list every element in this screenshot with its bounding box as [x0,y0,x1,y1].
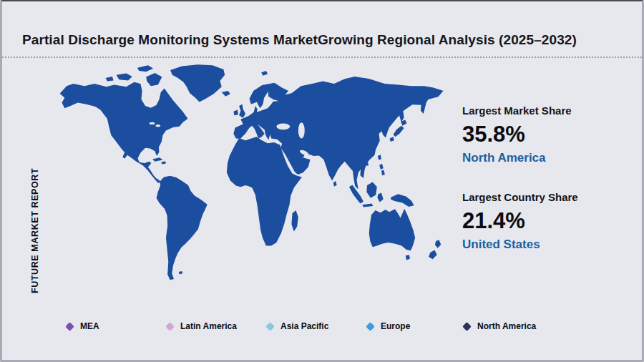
stat-label: Largest Country Share [462,191,641,203]
legend-dot [265,322,275,331]
legend-item-europe: Europe [367,321,410,332]
stat-value: 35.8% [462,123,641,145]
world-map [47,63,444,285]
legend-item-asia-pacific: Asia Pacific [267,321,328,332]
legend-label: Asia Pacific [280,321,328,331]
brand-watermark: FUTURE MARKET REPORT [26,167,44,293]
stat-largest-market-share: Largest Market Share 35.8% North America [462,104,641,165]
legend-label: North America [477,321,536,331]
legend-item-north-america: North America [464,321,536,332]
legend-dot [462,322,472,331]
legend-item-mea: MEA [67,321,99,332]
legend-item-latin-america: Latin America [167,321,237,332]
stat-label: Largest Market Share [462,104,641,117]
legend-dot [366,322,375,331]
legend-dot [65,322,74,331]
legend-label: MEA [80,321,99,331]
stat-value: 21.4% [462,210,641,232]
stat-region: North America [462,151,641,165]
legend-dot [165,322,175,331]
continents-landmass [60,64,444,280]
title-banner: Partial Discharge Monitoring Systems Mar… [2,1,642,58]
page-title: Partial Discharge Monitoring Systems Mar… [22,32,577,48]
legend-label: Europe [381,321,410,331]
stat-largest-country-share: Largest Country Share 21.4% United State… [462,191,641,252]
infographic-frame: Partial Discharge Monitoring Systems Mar… [0,0,644,362]
legend-label: Latin America [180,321,237,331]
stat-region: United States [462,238,641,252]
